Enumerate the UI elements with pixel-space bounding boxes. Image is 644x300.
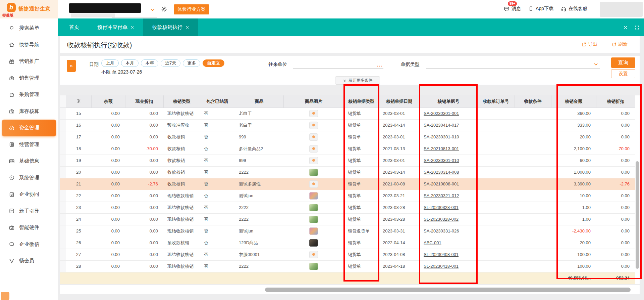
expand-more-conditions[interactable]: 展开更多条件: [335, 76, 380, 85]
horizontal-scrollbar[interactable]: [265, 288, 631, 292]
table-row[interactable]: 200.000.00收款核销否2222销货单2023-03-14SA-20230…: [60, 166, 635, 178]
edition-label: 标准版: [2, 13, 13, 18]
doc-number-link[interactable]: SA-20210813-001: [424, 146, 459, 151]
id-card-icon: [9, 158, 15, 164]
sidebar-item-sales[interactable]: 销售管理: [0, 70, 58, 87]
chevron-down-icon[interactable]: [150, 7, 155, 12]
cell-include_settled: 否: [200, 202, 235, 213]
table-row[interactable]: 220.000.00现结收款核销否测试jun销货单2023-03-21SA-20…: [60, 190, 635, 202]
table-row[interactable]: 160.000.00预收冲应收否老白干销货单2023-04-14SA-20230…: [60, 119, 635, 131]
close-icon[interactable]: [623, 25, 628, 30]
doc-number-link[interactable]: ABC-001: [424, 240, 441, 245]
cell-amount: 1.00: [551, 213, 596, 225]
sidebar-item-inventory[interactable]: 库存核算: [0, 103, 58, 120]
query-button[interactable]: 查询: [611, 57, 635, 68]
table-row[interactable]: 280.000.00现结收款核销否2222销货单2023-04-18SL-202…: [60, 260, 635, 272]
collapse-filters-toggle[interactable]: »: [67, 60, 76, 72]
sidebar-item-funds[interactable]: 资金管理: [2, 120, 56, 136]
sidebar-item-wecom[interactable]: 企业微信: [0, 236, 58, 253]
tab-close-icon[interactable]: [130, 26, 134, 29]
doc-number-link[interactable]: SL-20230418-001: [424, 264, 459, 269]
doc-number-link[interactable]: SA-20210808-001: [424, 181, 459, 186]
doc-number-link[interactable]: SA-20230301-010: [424, 134, 459, 139]
cell-verify_type: 现结收款核销: [163, 225, 200, 237]
settings-button[interactable]: 设置: [611, 69, 635, 78]
column-header-cash_discount: 现金折扣: [125, 95, 163, 108]
refresh-button[interactable]: 刷新: [611, 41, 628, 47]
cell-product: 测试jun: [235, 190, 283, 202]
cell-product_image: [283, 202, 344, 213]
table-row[interactable]: 150.000.00现结收款核销否老白干销货单2023-03-01SA-2023…: [60, 108, 635, 119]
cell-gutter: [60, 225, 66, 237]
doc-number-link[interactable]: SL-20230328-001: [424, 205, 459, 210]
cell-doc_no: SA-20230314-008: [420, 166, 477, 178]
doc-number-link[interactable]: SA-20230321-012: [424, 193, 459, 198]
sidebar-item-member[interactable]: 畅会员: [0, 253, 58, 269]
chevron-down-icon: [593, 62, 598, 67]
doc-number-link[interactable]: SA-20230414-017: [424, 123, 459, 128]
cell-rownum: 25: [66, 225, 91, 237]
online-service-button[interactable]: 在线客服: [561, 6, 587, 12]
sidebar-item-beginner-guide[interactable]: 新手引导: [0, 203, 58, 220]
table-row[interactable]: 260.000.00预收款核销否123D商品销货单2022-04-14ABC-0…: [60, 237, 635, 249]
sidebar-item-system[interactable]: 系统管理: [0, 170, 58, 186]
sidebar-item-quick-nav[interactable]: 快捷导航: [0, 37, 58, 53]
table-row[interactable]: 250.000.00现结收款核销否测试jun销货退货单2023-03-31SA-…: [60, 225, 635, 237]
table-row[interactable]: 230.000.00现结收款核销否2222销货单2023-03-28SL-202…: [60, 202, 635, 213]
vertical-scrollbar[interactable]: [636, 161, 639, 269]
date-range-custom[interactable]: 自定义: [203, 59, 224, 67]
sidebar-item-marketing[interactable]: 营销推广: [0, 53, 58, 70]
export-button[interactable]: 导出: [581, 41, 597, 47]
cell-gutter: [60, 143, 66, 155]
messages-button[interactable]: 消息 99+: [504, 6, 521, 12]
sidebar-item-basic-info[interactable]: 基础信息: [0, 153, 58, 170]
sidebar-item-search-menu[interactable]: 搜索菜单: [0, 20, 58, 37]
tab-label: 首页: [69, 24, 79, 31]
brand-name: 畅捷通好生意: [18, 6, 51, 12]
date-range-last-7-days[interactable]: 近7天: [161, 59, 180, 67]
doc-number-link[interactable]: SA-20230301-001: [424, 111, 459, 116]
table-row[interactable]: 210.00-2.76收款核销否测试多属性销货单2021-08-08SA-202…: [60, 178, 635, 190]
cell-rownum: 15: [66, 108, 91, 119]
sidebar-item-label: 资金管理: [19, 125, 39, 131]
tab-prepay-writeoff[interactable]: 预付冲应付单: [88, 18, 143, 36]
date-range-this-month[interactable]: 本月: [121, 59, 139, 67]
table-row[interactable]: 270.000.00现结收款核销否衣服00001销货单2023-04-08SL-…: [60, 249, 635, 260]
table-row[interactable]: 180.00-70.00收款核销否多计量商品2销货单2021-08-13SA-2…: [60, 143, 635, 155]
dotted-circle-icon: [9, 175, 15, 181]
app-download-label: App下载: [536, 6, 553, 12]
cell-cash_discount: 0.00: [125, 225, 163, 237]
sidebar-item-collaboration[interactable]: 企业协同: [0, 186, 58, 203]
table-row[interactable]: 170.000.00收款核销否999销货单2023-03-01SA-202303…: [60, 131, 635, 143]
cell-amount: -2,430.00: [551, 225, 596, 237]
table-row[interactable]: 190.000.00收款核销否999销货单2023-03-01SA-202303…: [60, 155, 635, 166]
tab-close-icon[interactable]: [185, 26, 189, 29]
gear-icon[interactable]: [161, 6, 167, 12]
doc-number-link[interactable]: SL-20230408-001: [424, 252, 459, 257]
fullscreen-icon[interactable]: [635, 25, 639, 30]
date-range-last-month[interactable]: 上月: [101, 59, 119, 67]
trial-plan-button[interactable]: 体验行业方案: [174, 4, 209, 14]
doc-number-link[interactable]: SA-20230314-008: [424, 170, 459, 175]
sidebar-item-operations[interactable]: 经营管理: [0, 136, 58, 153]
doc-number-link[interactable]: SA-20230301-010: [424, 158, 459, 163]
summary-empty-cell: [235, 272, 283, 284]
sidebar-item-label: 系统管理: [19, 175, 39, 181]
table-row[interactable]: 240.000.00现结收款核销否2222销货单2023-03-28SL-202…: [60, 213, 635, 225]
column-settings-gear-icon[interactable]: [76, 98, 81, 103]
tab-home[interactable]: 首页: [60, 18, 88, 36]
doc-number-link[interactable]: SL-20230328-002: [424, 217, 459, 222]
sidebar-item-smart-hardware[interactable]: 智能硬件: [0, 219, 58, 236]
partner-input[interactable]: ...: [293, 60, 383, 69]
date-range-this-year[interactable]: 本年: [141, 59, 158, 67]
cell-order_no: [477, 143, 515, 155]
date-range-more[interactable]: 更多: [183, 59, 200, 67]
tab-receipt-writeoff[interactable]: 收款核销执行: [143, 18, 198, 36]
floating-button-fragment[interactable]: [1, 292, 9, 300]
doc-type-select[interactable]: [426, 60, 600, 69]
cell-balance: 0.00: [91, 166, 125, 178]
doc-number-link[interactable]: SA-20230331-026: [424, 228, 459, 233]
app-download-button[interactable]: App下载: [528, 6, 553, 12]
partner-picker-button[interactable]: ...: [377, 62, 383, 68]
sidebar-item-purchase[interactable]: 采购管理: [0, 86, 58, 103]
